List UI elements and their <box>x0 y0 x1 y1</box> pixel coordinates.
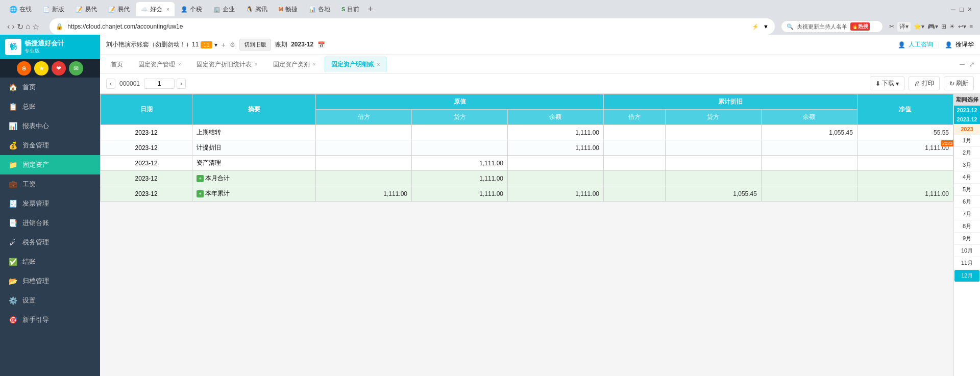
star-icon[interactable]: ⭐▾ <box>914 23 924 30</box>
scissors-icon: ✂ <box>889 23 894 30</box>
row4-date: 2023-12 <box>101 171 192 186</box>
prev-page-button[interactable]: ‹ <box>106 79 115 89</box>
period-month-11[interactable]: 11月 <box>954 257 980 269</box>
close-window-button[interactable]: × <box>968 5 972 13</box>
row5-orig-debit: 1,111.00 <box>316 186 412 202</box>
browser-tab-yidai1[interactable]: 📝 易代 <box>70 2 102 16</box>
back-button[interactable]: ‹ <box>7 22 10 31</box>
sidebar-item-tax[interactable]: 🖊 税务管理 <box>0 233 100 252</box>
tab-depreciation-stats[interactable]: 固定资产折旧统计表 × <box>190 57 264 72</box>
close-tab-haohui[interactable]: × <box>166 7 169 12</box>
row3-orig-balance <box>508 156 604 171</box>
fixed-assets-icon: 📁 <box>8 160 17 169</box>
browser-tab-changjie[interactable]: M 畅捷 <box>274 2 303 16</box>
game-icon[interactable]: 🎮▾ <box>927 23 938 30</box>
period-month-5[interactable]: 5月 <box>954 184 980 196</box>
minimize-button[interactable]: ─ <box>951 6 955 13</box>
minimize-panel-button[interactable]: ─ <box>959 59 966 69</box>
col-orig-credit-header: 贷方 <box>412 110 508 125</box>
print-button[interactable]: 🖨 打印 <box>909 77 940 90</box>
close-tab-asset-detail-ledger[interactable]: × <box>377 62 380 67</box>
brightness-icon[interactable]: ☀ <box>949 23 955 30</box>
calendar-icon[interactable]: 📅 <box>317 41 325 48</box>
row3-acc-balance <box>761 156 857 171</box>
ledger-table-scroll[interactable]: 日期 摘要 原值 累计折旧 净值 借方 贷方 余额 借方 <box>100 94 953 376</box>
period-month-10[interactable]: 10月 <box>954 245 980 257</box>
sidebar-item-sales-ledger[interactable]: 📑 进销台账 <box>0 213 100 233</box>
sidebar-item-fixed-assets[interactable]: 📁 固定资产 <box>0 155 100 174</box>
expand-panel-button[interactable]: ⤢ <box>968 59 976 69</box>
period-month-7[interactable]: 7月 <box>954 208 980 220</box>
row5-summary: + 本年累计 <box>192 186 316 202</box>
period-month-12[interactable]: 12月 <box>954 270 979 282</box>
browser-tab-online[interactable]: 🌐 在线 <box>4 2 37 16</box>
download-dropdown-icon[interactable]: ▾ <box>896 80 899 87</box>
bookmark-button[interactable]: ☆ <box>32 22 39 32</box>
dropdown-arrow[interactable]: ▼ <box>763 23 769 30</box>
refresh-button[interactable]: ↻ 刷新 <box>944 77 974 90</box>
browser-tab-yidai2[interactable]: 📝 易代 <box>103 2 135 16</box>
browser-tab-mubiao[interactable]: S 目前 <box>336 2 364 16</box>
sidebar-shortcut-3[interactable]: ❤ <box>52 61 66 76</box>
browser-tab-qiye[interactable]: 🏢 企业 <box>208 2 240 16</box>
browser-tab-new[interactable]: 📄 新版 <box>38 2 69 16</box>
sidebar-shortcut-2[interactable]: ★ <box>34 61 48 76</box>
page-number-input[interactable] <box>144 79 175 89</box>
forward-button[interactable]: › <box>12 22 14 31</box>
url-input[interactable] <box>67 23 748 30</box>
sidebar-item-archive[interactable]: 📂 归档管理 <box>0 271 100 291</box>
undo-icon[interactable]: ↩▾ <box>958 23 966 30</box>
row3-orig-debit <box>316 156 412 171</box>
support-label[interactable]: 人工咨询 <box>909 40 933 49</box>
tab-asset-category[interactable]: 固定资产类别 × <box>266 57 323 72</box>
next-page-button[interactable]: › <box>177 79 186 89</box>
close-tab-depreciation-stats[interactable]: × <box>255 62 258 67</box>
row4-acc-balance <box>761 171 857 186</box>
close-tab-fixed-assets-management[interactable]: × <box>178 62 181 67</box>
sidebar-item-general-ledger[interactable]: 📋 总账 <box>0 97 100 116</box>
sidebar-shortcut-4[interactable]: ✉ <box>69 61 83 76</box>
sidebar-item-settings[interactable]: ⚙️ 设置 <box>0 291 100 310</box>
period-month-9[interactable]: 9月 <box>954 233 980 245</box>
row5-orig-balance: 1,111.00 <box>508 186 604 202</box>
row1-net-value: 55.55 <box>857 125 953 140</box>
browser-tab-geshui[interactable]: 👤 个税 <box>176 2 207 16</box>
sidebar-item-reports[interactable]: 📊 报表中心 <box>0 116 100 136</box>
dropdown-icon[interactable]: ▾ <box>214 41 217 48</box>
period-month-1[interactable]: 1月 <box>954 135 980 147</box>
download-button[interactable]: ⬇ 下载 ▾ <box>870 77 904 90</box>
settings-small-button[interactable]: ⚙ <box>230 41 235 48</box>
period-month-2[interactable]: 2月 <box>954 147 980 159</box>
tab-fixed-assets-management[interactable]: 固定资产管理 × <box>132 57 188 72</box>
home-button[interactable]: ⌂ <box>26 22 31 31</box>
browser-tab-haohui[interactable]: ☁️ 好会 × <box>136 2 175 16</box>
address-bar[interactable]: 🔒 ⚡ ▼ <box>50 18 775 35</box>
close-tab-asset-category[interactable]: × <box>313 62 316 67</box>
add-account-button[interactable]: + <box>222 41 226 49</box>
reload-button[interactable]: ↻ <box>17 22 23 32</box>
maximize-button[interactable]: □ <box>960 6 964 13</box>
period-month-8[interactable]: 8月 <box>954 220 980 233</box>
sidebar-item-home[interactable]: 🏠 首页 <box>0 78 100 97</box>
switch-version-button[interactable]: 切到旧版 <box>239 39 271 51</box>
period-month-4[interactable]: 4月 <box>954 171 980 184</box>
sidebar-item-funds[interactable]: 💰 资金管理 <box>0 136 100 155</box>
sidebar-shortcut-1[interactable]: ⊕ <box>17 61 31 76</box>
sidebar-item-invoice[interactable]: 🧾 发票管理 <box>0 194 100 213</box>
row2-orig-debit <box>316 140 412 156</box>
period-selected-top: 2023.12 <box>954 106 980 115</box>
menu-icon[interactable]: ≡ <box>969 23 973 30</box>
tab-asset-detail-ledger[interactable]: 固定资产明细账 × <box>325 57 387 72</box>
sidebar-item-close-accounts[interactable]: ✅ 结账 <box>0 252 100 271</box>
browser-tab-gedi[interactable]: 📊 各地 <box>304 2 335 16</box>
tab-home[interactable]: 首页 <box>104 57 130 72</box>
browser-tab-tencent[interactable]: 🐧 腾讯 <box>241 2 273 16</box>
row3-orig-credit: 1,111.00 <box>412 156 508 171</box>
sidebar-item-salary[interactable]: 💼 工资 <box>0 174 100 194</box>
grid-icon[interactable]: ⊞ <box>941 23 946 30</box>
translate-icon[interactable]: 译▾ <box>897 22 911 32</box>
period-month-6[interactable]: 6月 <box>954 196 980 208</box>
sidebar-item-guide[interactable]: 🎯 新手引导 <box>0 310 100 330</box>
period-month-3[interactable]: 3月 <box>954 159 980 171</box>
new-tab-button[interactable]: + <box>365 4 375 15</box>
